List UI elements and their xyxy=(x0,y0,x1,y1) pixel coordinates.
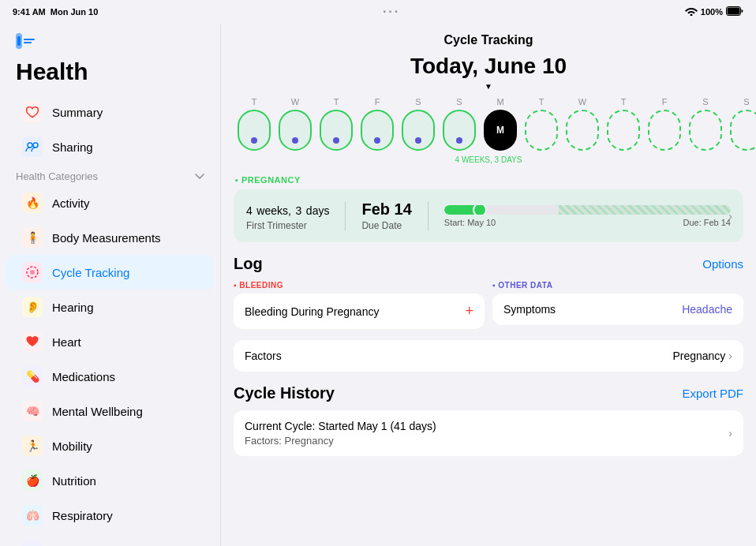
status-date: Mon Jun 10 xyxy=(51,7,99,17)
chevron-down-icon xyxy=(195,170,204,182)
week-label: 4 WEEKS, 3 DAYS xyxy=(221,154,756,170)
sidebar-item-heart[interactable]: Heart xyxy=(6,324,214,359)
calendar-day[interactable]: F xyxy=(357,97,398,151)
day-bubble xyxy=(320,110,353,151)
mobility-icon: 🏃 xyxy=(22,436,43,456)
divider2 xyxy=(428,202,429,230)
sidebar-item-mobility[interactable]: 🏃 Mobility xyxy=(6,428,214,463)
calendar-day[interactable]: S xyxy=(726,97,756,151)
calendar-day[interactable]: T xyxy=(234,97,275,151)
status-time: 9:41 AM xyxy=(13,7,46,17)
mental-wellbeing-icon: 🧠 xyxy=(22,401,43,421)
sidebar-item-mental-wellbeing[interactable]: 🧠 Mental Wellbeing xyxy=(6,394,214,428)
pregnancy-section: ▪ PREGNANCY 4 weeks, 3 days First Trimes… xyxy=(221,170,756,247)
today-indicator: ▼ xyxy=(221,82,756,91)
calendar-strip: TWTFSSMMTWTFSS xyxy=(221,92,756,154)
calendar-day-label: M xyxy=(496,97,503,107)
sidebar-item-medications[interactable]: 💊 Medications xyxy=(6,359,214,394)
sidebar-item-respiratory[interactable]: 🫁 Respiratory xyxy=(6,498,214,533)
pregnancy-weeks-stat: 4 weeks, 3 days First Trimester xyxy=(246,200,329,231)
sidebar-item-body-measurements[interactable]: 🧍 Body Measurements xyxy=(6,220,214,255)
sidebar: Health Summary Sharing Health Categ xyxy=(0,24,221,546)
day-bubble xyxy=(730,110,756,151)
add-bleeding-button[interactable]: + xyxy=(465,303,473,320)
activity-icon: 🔥 xyxy=(22,193,43,213)
calendar-day-label: T xyxy=(252,97,257,107)
calendar-day[interactable]: W xyxy=(562,97,603,151)
calendar-day[interactable]: F xyxy=(644,97,685,151)
calendar-day-label: W xyxy=(578,97,586,107)
svg-rect-6 xyxy=(24,39,35,40)
svg-point-9 xyxy=(33,143,38,148)
svg-point-11 xyxy=(30,270,35,275)
log-options-button[interactable]: Options xyxy=(702,257,743,271)
day-bubble xyxy=(443,110,476,151)
svg-rect-7 xyxy=(24,42,32,43)
progress-bar-striped xyxy=(559,205,731,215)
factors-label: Factors xyxy=(245,350,282,362)
sidebar-item-sleep[interactable]: 🛏️ Sleep xyxy=(6,533,214,546)
sidebar-item-nutrition[interactable]: 🍎 Nutrition xyxy=(6,463,214,498)
symptoms-row[interactable]: Symptoms Headache xyxy=(492,294,743,325)
pregnancy-trimester: First Trimester xyxy=(246,220,329,231)
status-dots: ··· xyxy=(383,0,400,24)
day-bubble xyxy=(279,110,312,151)
app-container: Health Summary Sharing Health Categ xyxy=(0,24,756,546)
day-bubble xyxy=(525,110,558,151)
svg-rect-1 xyxy=(728,8,740,15)
history-current-label: Current Cycle: Started May 1 (41 days) xyxy=(245,420,436,432)
history-row: Current Cycle: Started May 1 (41 days) F… xyxy=(245,420,732,447)
app-title: Health xyxy=(0,55,220,95)
history-chevron-icon: › xyxy=(728,427,732,439)
cycle-dot xyxy=(333,137,339,144)
hearing-icon: 👂 xyxy=(22,297,43,317)
status-right: 100% xyxy=(685,6,743,17)
pregnancy-card[interactable]: 4 weeks, 3 days First Trimester Feb 14 D… xyxy=(234,189,743,242)
day-bubble xyxy=(648,110,681,151)
calendar-day-label: F xyxy=(375,97,380,107)
pregnancy-due-date-label: Due Date xyxy=(361,220,411,231)
export-pdf-button[interactable]: Export PDF xyxy=(682,387,743,400)
log-section: Log Options ▪ BLEEDING Bleeding During P… xyxy=(221,247,756,376)
heart-icon xyxy=(22,331,43,352)
sidebar-item-summary[interactable]: Summary xyxy=(6,95,214,129)
sidebar-item-hearing[interactable]: 👂 Hearing xyxy=(6,290,214,324)
history-card[interactable]: Current Cycle: Started May 1 (41 days) F… xyxy=(234,410,743,456)
calendar-day[interactable]: S xyxy=(685,97,726,151)
day-bubble xyxy=(238,110,271,151)
history-factors: Factors: Pregnancy xyxy=(245,435,436,447)
body-measurements-icon: 🧍 xyxy=(22,227,43,248)
battery-label: 100% xyxy=(701,7,723,17)
sharing-icon xyxy=(22,136,43,157)
bleeding-badge: ▪ BLEEDING xyxy=(234,281,485,290)
log-title: Log xyxy=(234,255,263,273)
sidebar-item-activity[interactable]: 🔥 Activity xyxy=(6,185,214,220)
summary-icon xyxy=(22,102,43,122)
sidebar-toggle-icon[interactable] xyxy=(16,33,38,49)
pregnancy-progress: Start: May 10 Due: Feb 14 xyxy=(444,205,731,227)
factors-chevron-icon: › xyxy=(728,350,732,362)
day-bubble xyxy=(689,110,722,151)
progress-bar-container xyxy=(444,205,731,215)
calendar-day[interactable]: MM xyxy=(480,97,521,151)
day-bubble xyxy=(402,110,435,151)
medications-icon: 💊 xyxy=(22,366,43,387)
summary-label: Summary xyxy=(52,106,103,119)
factors-row[interactable]: Factors Pregnancy › xyxy=(234,340,743,372)
history-current-value: Started May 1 (41 days) xyxy=(318,420,436,432)
day-bubble xyxy=(566,110,599,151)
bleeding-row[interactable]: Bleeding During Pregnancy + xyxy=(234,294,485,329)
page-title: Cycle Tracking xyxy=(221,24,756,54)
log-grid: ▪ BLEEDING Bleeding During Pregnancy + ▪… xyxy=(234,281,743,334)
progress-end-label: Due: Feb 14 xyxy=(683,218,731,227)
calendar-day[interactable]: W xyxy=(275,97,316,151)
calendar-day[interactable]: T xyxy=(521,97,562,151)
calendar-day[interactable]: T xyxy=(603,97,644,151)
calendar-day[interactable]: S xyxy=(398,97,439,151)
calendar-day[interactable]: S xyxy=(439,97,480,151)
calendar-day[interactable]: T xyxy=(316,97,357,151)
calendar-day-label: W xyxy=(291,97,299,107)
sidebar-item-sharing[interactable]: Sharing xyxy=(6,129,214,164)
sidebar-item-cycle-tracking[interactable]: Cycle Tracking xyxy=(6,255,214,290)
svg-point-8 xyxy=(28,143,32,148)
